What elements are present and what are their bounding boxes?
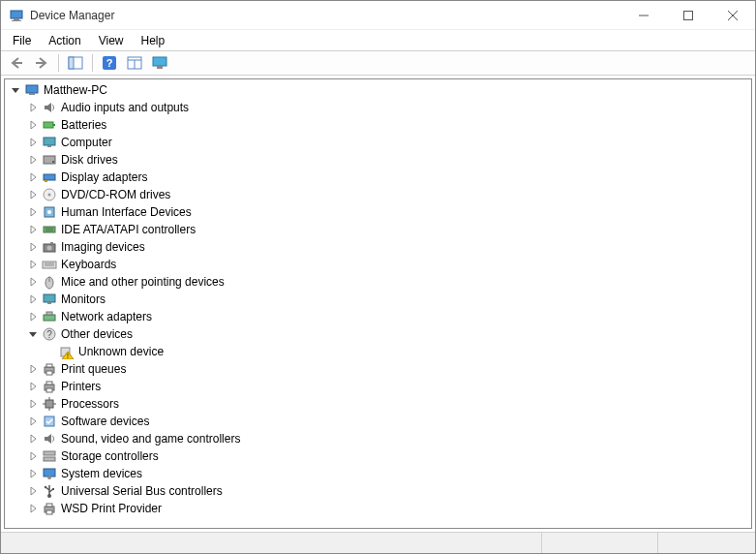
tree-node[interactable]: Processors [5,395,751,413]
status-pane [1,533,542,553]
tree-node[interactable]: Universal Serial Bus controllers [5,482,751,500]
other-icon: ? [42,326,57,342]
node-label: Imaging devices [61,240,145,254]
maximize-button[interactable] [666,1,711,30]
close-button[interactable] [711,1,755,30]
tree-node[interactable]: Keyboards [5,256,751,273]
minimize-button[interactable] [621,1,666,30]
svg-point-29 [47,210,51,214]
svg-point-69 [45,486,46,488]
storage-icon [42,448,57,464]
tree-node[interactable]: Batteries [5,116,751,134]
keyboard-icon [42,257,57,272]
expander[interactable] [26,101,40,114]
tree-node[interactable]: Imaging devices [5,238,751,256]
scan-button[interactable] [148,52,171,74]
properties-button[interactable] [123,52,146,74]
show-hide-button[interactable] [64,52,87,74]
expander[interactable] [26,118,40,132]
expander[interactable] [26,327,40,341]
tree-node[interactable]: IDE ATA/ATAPI controllers [5,221,751,238]
device-tree[interactable]: Matthew-PCAudio inputs and outputsBatter… [4,78,752,529]
node-label: Matthew-PC [44,83,107,97]
expander[interactable] [26,380,40,393]
forward-button[interactable] [30,52,53,74]
svg-rect-50 [46,364,52,367]
expander[interactable] [26,223,40,236]
svg-point-34 [47,246,52,251]
expander[interactable] [26,415,40,428]
expander[interactable] [26,275,40,289]
node-label: WSD Print Provider [61,502,162,515]
tree-node[interactable]: WSD Print Provider [5,500,751,517]
arrow-left-icon [9,56,24,70]
monitor-icon [42,135,57,150]
expander[interactable] [26,153,40,167]
tree-node[interactable]: Printers [5,378,751,395]
menu-action[interactable]: Action [41,32,88,49]
help-button[interactable]: ? [98,52,121,74]
svg-point-64 [47,476,51,479]
node-label: Network adapters [61,310,152,323]
tree-node[interactable]: DVD/CD-ROM drives [5,186,751,203]
expander[interactable] [9,83,22,97]
expander[interactable] [26,136,40,149]
svg-rect-17 [29,93,35,95]
tree-node[interactable]: Network adapters [5,308,751,325]
expander[interactable] [26,310,40,323]
svg-rect-2 [12,20,21,21]
tree-node[interactable]: Monitors [5,291,751,308]
expander[interactable] [26,258,40,271]
menu-view[interactable]: View [91,32,132,49]
expander[interactable] [26,170,40,184]
node-label: Universal Serial Bus controllers [61,484,223,498]
expander[interactable] [26,432,40,446]
expander[interactable] [26,188,40,201]
tree-node[interactable]: Matthew-PC [5,81,751,99]
usb-icon [42,483,57,499]
tree-node[interactable]: ?Other devices [5,325,751,343]
expander[interactable] [26,449,40,463]
expander[interactable] [26,502,40,515]
properties-icon [127,56,142,70]
expander[interactable] [26,397,40,411]
tree-node[interactable]: System devices [5,465,751,482]
tree-node[interactable]: Computer [5,134,751,151]
tree-node[interactable]: Audio inputs and outputs [5,99,751,116]
svg-rect-35 [50,242,53,244]
expander[interactable] [26,292,40,306]
printer-icon [42,501,57,516]
menu-file[interactable]: File [5,32,39,49]
tree-node[interactable]: Human Interface Devices [5,203,751,221]
tree-node[interactable]: Disk drives [5,151,751,169]
svg-rect-20 [44,138,55,145]
tree-node[interactable]: Display adapters [5,169,751,186]
cd-icon [42,187,57,202]
node-label: Other devices [61,327,133,341]
node-label: Sound, video and game controllers [61,432,240,446]
tree-node[interactable]: Print queues [5,360,751,378]
computer-icon [24,82,40,98]
node-label: Display adapters [61,170,147,184]
expander[interactable] [44,345,57,358]
node-label: Unknown device [78,345,164,358]
expander[interactable] [26,205,40,219]
tree-node[interactable]: !Unknown device [5,343,751,360]
svg-rect-41 [44,294,55,302]
disk-icon [42,152,57,168]
tree-node[interactable]: Sound, video and game controllers [5,430,751,447]
back-button[interactable] [5,52,28,74]
tree-node[interactable]: Storage controllers [5,447,751,465]
expander[interactable] [26,240,40,254]
expander[interactable] [26,484,40,498]
printer-icon [42,361,57,377]
expander[interactable] [26,362,40,376]
node-label: IDE ATA/ATAPI controllers [61,223,196,236]
tree-node[interactable]: Mice and other pointing devices [5,273,751,291]
tree-node[interactable]: Software devices [5,413,751,430]
menu-help[interactable]: Help [134,32,173,49]
node-label: Software devices [61,415,149,428]
svg-rect-51 [46,371,52,375]
unknown-warning-icon: ! [59,344,75,359]
expander[interactable] [26,467,40,480]
